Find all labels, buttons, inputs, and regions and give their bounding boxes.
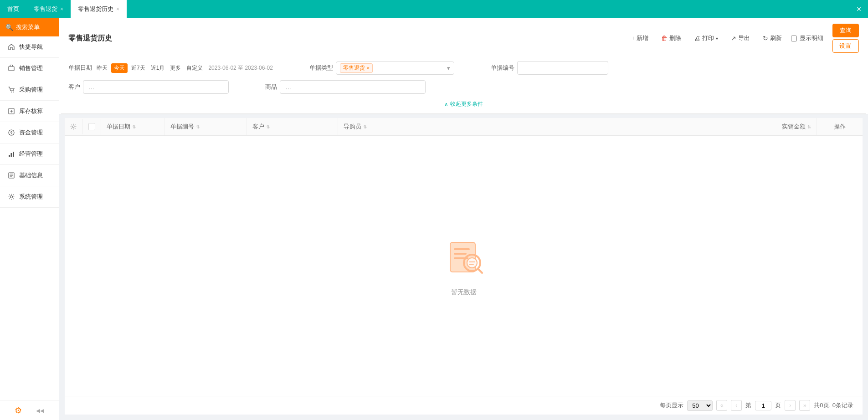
print-chevron-icon: ▾ [716, 36, 718, 41]
sidebar-item-inventory[interactable]: 库存核算 [0, 101, 59, 122]
gear-icon [70, 123, 77, 130]
window-close-button[interactable]: × [850, 0, 868, 18]
th-checkbox[interactable] [83, 118, 101, 135]
date-opt-today[interactable]: 今天 [111, 63, 128, 73]
per-page-select[interactable]: 50 10 20 100 [687, 400, 713, 411]
setting-button[interactable]: 设置 [832, 39, 859, 53]
date-options: 昨天 今天 近7天 近1月 更多 自定义 2023-06-02 至 2023-0… [95, 63, 273, 73]
first-page-button[interactable]: « [716, 400, 727, 411]
print-button[interactable]: 🖨 打印 ▾ [690, 32, 722, 44]
content-wrapper: 单据日期 ⇅ 单据编号 ⇅ 客户 ⇅ 导购员 ⇅ [59, 114, 868, 420]
empty-illustration [441, 236, 487, 283]
svg-rect-0 [9, 67, 14, 71]
th-date[interactable]: 单据日期 ⇅ [101, 118, 165, 135]
filter-customer: 客户 ... [68, 80, 229, 94]
customer-input[interactable]: ... [83, 80, 229, 94]
collapse-button[interactable]: ∧ 收起更多条件 [439, 98, 488, 110]
customer-sort-icon: ⇅ [266, 124, 270, 129]
svg-rect-6 [11, 153, 12, 157]
operation-icon [7, 150, 15, 158]
date-opt-more[interactable]: 更多 [168, 63, 183, 73]
svg-point-16 [467, 258, 477, 268]
toolbar: + 新增 🗑 删除 🖨 打印 ▾ ↗ 导出 [628, 24, 859, 53]
export-button[interactable]: ↗ 导出 [727, 32, 754, 44]
filter-row-1: 单据日期 昨天 今天 近7天 近1月 更多 自定义 2023-06-02 至 2… [68, 58, 859, 77]
finance-icon [7, 128, 15, 137]
sidebar-bottom: ⚙ ◂◂ [0, 400, 59, 420]
sidebar-item-operation[interactable]: 经营管理 [0, 143, 59, 165]
sidebar-item-finance[interactable]: 资金管理 [0, 122, 59, 143]
filter-date: 单据日期 昨天 今天 近7天 近1月 更多 自定义 2023-06-02 至 2… [68, 63, 273, 73]
sidebar-item-purchase[interactable]: 采购管理 [0, 79, 59, 101]
type-tag-close[interactable]: × [367, 65, 370, 71]
filter-type: 单据类型 零售退货 × ▾ [309, 61, 454, 75]
tab-retail-return-history-close[interactable]: × [116, 6, 119, 12]
guide-sort-icon: ⇅ [363, 124, 367, 129]
customer-ellipsis[interactable]: ... [89, 83, 94, 91]
th-number[interactable]: 单据编号 ⇅ [165, 118, 247, 135]
page-header: 零售退货历史 + 新增 🗑 删除 🖨 打印 ▾ ↗ [59, 18, 868, 114]
delete-icon: 🗑 [661, 35, 668, 42]
th-customer[interactable]: 客户 ⇅ [247, 118, 338, 135]
collapse-row: ∧ 收起更多条件 [68, 97, 859, 113]
svg-rect-12 [454, 248, 470, 250]
next-page-button[interactable]: › [785, 400, 796, 411]
sidebar-item-sales[interactable]: 销售管理 [0, 58, 59, 79]
sidebar-item-system[interactable]: 系统管理 [0, 186, 59, 208]
filter-row-2: 客户 ... 商品 ... [68, 77, 859, 97]
type-select[interactable]: 零售退货 × ▾ [336, 61, 454, 75]
purchase-icon [7, 86, 15, 94]
date-opt-1month[interactable]: 近1月 [149, 63, 167, 73]
date-sort-icon: ⇅ [132, 124, 136, 129]
show-detail-checkbox[interactable] [791, 36, 797, 41]
last-page-button[interactable]: » [799, 400, 810, 411]
date-opt-yesterday[interactable]: 昨天 [95, 63, 109, 73]
svg-point-1 [11, 92, 12, 92]
sales-icon [7, 64, 15, 72]
svg-point-4 [9, 130, 14, 135]
type-dropdown-icon: ▾ [447, 65, 450, 72]
th-guide[interactable]: 导购员 ⇅ [338, 118, 762, 135]
volume-icon[interactable]: ◂◂ [36, 405, 44, 415]
collapse-icon: ∧ [444, 101, 448, 108]
page-number-input[interactable] [755, 401, 771, 410]
svg-point-10 [72, 126, 74, 128]
sidebar-item-basic-info[interactable]: 基础信息 [0, 165, 59, 186]
filter-number: 单据编号 [491, 61, 608, 75]
sidebar-item-quick-nav[interactable]: 快捷导航 [0, 36, 59, 58]
tab-home[interactable]: 首页 [0, 0, 26, 18]
number-input[interactable] [517, 61, 608, 75]
svg-line-17 [478, 269, 482, 273]
number-sort-icon: ⇅ [196, 124, 200, 129]
date-opt-7days[interactable]: 近7天 [129, 63, 147, 73]
system-icon [7, 193, 15, 201]
sidebar-menu: 快捷导航 销售管理 采购管理 库存核算 [0, 36, 59, 400]
sidebar-search[interactable]: 🔍 搜索菜单 [0, 18, 59, 36]
tab-retail-return[interactable]: 零售退货 × [26, 0, 71, 18]
page-suffix: 页 [775, 401, 781, 410]
svg-point-9 [10, 196, 13, 198]
select-all-checkbox[interactable] [88, 123, 95, 130]
settings-icon[interactable]: ⚙ [15, 405, 22, 415]
refresh-button[interactable]: ↻ 刷新 [759, 32, 786, 44]
table-container: 单据日期 ⇅ 单据编号 ⇅ 客户 ⇅ 导购员 ⇅ [65, 118, 863, 415]
total-records: 共0页, 0条记录 [814, 401, 853, 410]
page-title: 零售退货历史 [68, 34, 112, 43]
tab-retail-return-history[interactable]: 零售退货历史 × [71, 0, 127, 18]
sidebar: 🔍 搜索菜单 快捷导航 销售管理 采购管理 [0, 18, 59, 420]
prev-page-button[interactable]: ‹ [731, 400, 742, 411]
goods-ellipsis[interactable]: ... [286, 83, 291, 91]
svg-rect-13 [454, 253, 467, 255]
content-area: 零售退货历史 + 新增 🗑 删除 🖨 打印 ▾ ↗ [59, 18, 868, 420]
th-amount[interactable]: 实销金额 ⇅ [762, 118, 817, 135]
delete-button[interactable]: 🗑 删除 [657, 32, 685, 44]
date-opt-custom[interactable]: 自定义 [185, 63, 205, 73]
query-button[interactable]: 查询 [832, 24, 859, 37]
svg-rect-7 [13, 152, 14, 157]
th-gear[interactable] [65, 119, 83, 134]
empty-text: 暂无数据 [451, 288, 477, 297]
tab-retail-return-close[interactable]: × [60, 6, 63, 12]
goods-input[interactable]: ... [280, 80, 426, 94]
print-icon: 🖨 [694, 35, 700, 42]
new-button[interactable]: + 新增 [628, 32, 652, 44]
